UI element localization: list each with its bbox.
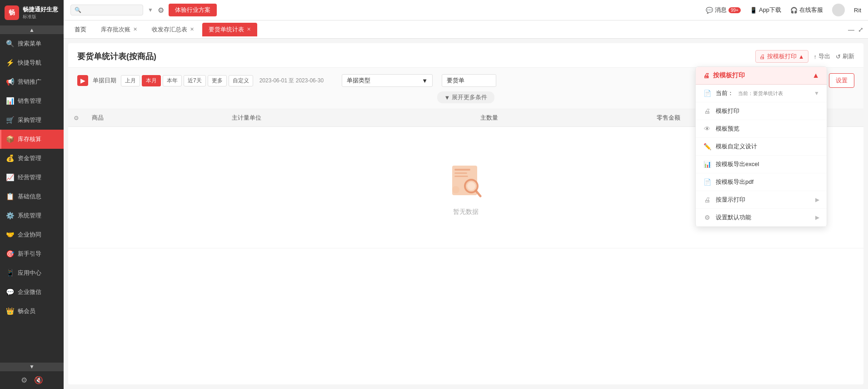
goods-filter-select[interactable]: 要货单	[442, 74, 496, 87]
sidebar-item-sales[interactable]: 📊 销售管理	[0, 91, 64, 111]
template-preview-icon: 👁	[703, 125, 711, 132]
expand-icon: ▼	[444, 94, 450, 101]
sidebar-item-label: 快捷导航	[18, 59, 41, 67]
sidebar-item-label: 系统管理	[18, 212, 41, 220]
page-panel: 要货单统计表(按商品) 🖨 按模板打印 ▲ ↑ 导出 ↺ 刷新	[68, 43, 863, 384]
dropdown-template-print[interactable]: 🖨 模板打印	[696, 102, 827, 120]
sidebar-scroll-down[interactable]: ▼	[0, 363, 64, 371]
trial-button[interactable]: 体验行业方案	[169, 4, 217, 16]
sound-icon[interactable]: 🔇	[34, 376, 43, 384]
sidebar-item-member[interactable]: 👑 畅会员	[0, 302, 64, 321]
online-service-label: 在线客服	[799, 6, 823, 14]
tab-order-stats-label: 要货单统计表	[209, 25, 244, 34]
display-print-chevron: ▶	[815, 197, 819, 203]
filter-toggle-btn[interactable]: ▶	[77, 75, 88, 86]
sidebar-item-quicknav[interactable]: ⚡ 快捷导航	[0, 53, 64, 72]
date-btn-this-month[interactable]: 本月	[142, 75, 161, 86]
top-search-box[interactable]: 🔍	[70, 5, 143, 15]
order-type-select[interactable]: 单据类型 ▼	[342, 74, 433, 87]
dropdown-chevron-up[interactable]: ▲	[812, 71, 819, 80]
date-btn-prev-month[interactable]: 上月	[121, 75, 140, 86]
col-settings[interactable]: ⚙	[68, 109, 86, 127]
dropdown-default-func[interactable]: ⚙ 设置默认功能 ▶	[696, 209, 827, 227]
dropdown-template-excel-label: 按模板导出excel	[716, 160, 759, 168]
date-btn-custom[interactable]: 自定义	[229, 75, 253, 86]
sidebar-item-label: 采购管理	[18, 116, 41, 124]
tab-maximize-icon[interactable]: ⤢	[858, 26, 863, 33]
dropdown-template-excel[interactable]: 📊 按模板导出excel	[696, 156, 827, 173]
app-version: 标准版	[23, 14, 58, 20]
expand-conditions-btn[interactable]: ▼ 展开更多条件	[437, 91, 495, 103]
sidebar-item-label: 营销推广	[18, 78, 41, 86]
sidebar-scroll-up[interactable]: ▲	[0, 26, 64, 34]
sidebar-item-system[interactable]: ⚙️ 系统管理	[0, 206, 64, 225]
tab-minimize-icon[interactable]: —	[848, 26, 854, 33]
sidebar-item-label: 销售管理	[18, 97, 41, 105]
current-chevron: ▼	[814, 90, 819, 96]
template-print-button[interactable]: 🖨 按模板打印 ▲	[755, 50, 808, 63]
sidebar-item-wechat[interactable]: 💬 企业微信	[0, 283, 64, 302]
sidebar-item-label: 应用中心	[18, 269, 41, 277]
sales-icon: 📊	[6, 97, 14, 105]
top-bar: 🔍 ▼ ⚙ 体验行业方案 💬 消息 99+ 📱 App下载 🎧 在线客服 Rit	[64, 0, 868, 20]
dropdown-template-custom-label: 模板自定义设计	[716, 142, 757, 151]
settings-bottom-icon[interactable]: ⚙	[21, 376, 27, 384]
sidebar-item-appcenter[interactable]: 📱 应用中心	[0, 263, 64, 283]
sidebar-item-search[interactable]: 🔍 搜索菜单	[0, 34, 64, 53]
date-btn-this-year[interactable]: 本年	[163, 75, 182, 86]
topbar-dropdown-icon[interactable]: ▼	[148, 7, 153, 13]
printer-icon: 🖨	[759, 53, 765, 60]
setting-button[interactable]: 设置	[829, 73, 854, 88]
svg-rect-3	[454, 176, 468, 177]
refresh-label: 刷新	[843, 52, 854, 61]
search-small-icon: 🔍	[75, 7, 81, 13]
dropdown-template-preview[interactable]: 👁 模板预览	[696, 120, 827, 138]
export-button[interactable]: ↑ 导出	[814, 52, 831, 61]
tab-order-stats[interactable]: 要货单统计表 ✕	[202, 23, 257, 36]
dropdown-template-pdf[interactable]: 📄 按模板导出pdf	[696, 173, 827, 191]
current-value: 当前：要货单统计表	[738, 90, 783, 97]
date-btn-7days[interactable]: 近7天	[184, 75, 206, 86]
app-download-action[interactable]: 📱 App下载	[750, 6, 781, 14]
sidebar-item-newguide[interactable]: 🎯 新手引导	[0, 244, 64, 263]
sidebar-item-purchase[interactable]: 🛒 采购管理	[0, 111, 64, 130]
tab-order-stats-close[interactable]: ✕	[247, 26, 251, 32]
sidebar-item-inventory[interactable]: 📦 库存核算	[0, 130, 64, 149]
message-action[interactable]: 💬 消息 99+	[706, 6, 741, 14]
dropdown-display-print[interactable]: 🖨 按显示打印 ▶	[696, 191, 827, 209]
user-avatar[interactable]	[832, 4, 845, 16]
marketing-icon: 📢	[6, 78, 14, 86]
sidebar-item-operations[interactable]: 📈 经营管理	[0, 168, 64, 187]
online-service-action[interactable]: 🎧 在线客服	[790, 6, 823, 14]
sidebar-item-marketing[interactable]: 📢 营销推广	[0, 72, 64, 91]
app-download-label: App下载	[759, 6, 781, 14]
sidebar-item-label: 基础信息	[18, 192, 41, 201]
sidebar-item-basic[interactable]: 📋 基础信息	[0, 187, 64, 206]
dropdown-header: 🖨 按模板打印 ▲	[696, 67, 827, 85]
service-icon: 🎧	[790, 7, 798, 14]
tab-home[interactable]: 首页	[68, 23, 93, 36]
svg-rect-2	[454, 172, 467, 174]
dropdown-template-custom[interactable]: ✏️ 模板自定义设计	[696, 138, 827, 156]
order-type-chevron: ▼	[422, 77, 428, 84]
refresh-button[interactable]: ↺ 刷新	[836, 52, 854, 61]
date-buttons: 上月 本月 本年 近7天 更多 自定义	[121, 75, 253, 86]
sidebar-item-label: 企业协同	[18, 231, 41, 239]
topbar-settings-icon[interactable]: ⚙	[158, 6, 164, 15]
tab-expand-controls: — ⤢	[848, 26, 863, 33]
tab-inventory-batch[interactable]: 库存批次账 ✕	[95, 23, 144, 36]
tab-collection-summary[interactable]: 收发存汇总表 ✕	[145, 23, 200, 36]
username-label: Rit	[854, 7, 861, 14]
svg-rect-1	[454, 169, 470, 171]
tab-inventory-batch-close[interactable]: ✕	[133, 26, 137, 32]
date-btn-more[interactable]: 更多	[208, 75, 227, 86]
sidebar-item-finance[interactable]: 💰 资金管理	[0, 149, 64, 168]
date-range-text: 2023-06-01 至 2023-06-30	[259, 77, 324, 85]
tab-collection-summary-close[interactable]: ✕	[190, 26, 194, 32]
message-label: 消息	[715, 6, 727, 14]
col-settings-icon[interactable]: ⚙	[74, 115, 79, 121]
inventory-icon: 📦	[6, 135, 14, 143]
dropdown-current[interactable]: 📄 当前： 当前：要货单统计表 ▼	[696, 85, 827, 102]
finance-icon: 💰	[6, 154, 14, 162]
sidebar-item-enterprise[interactable]: 🤝 企业协同	[0, 225, 64, 244]
